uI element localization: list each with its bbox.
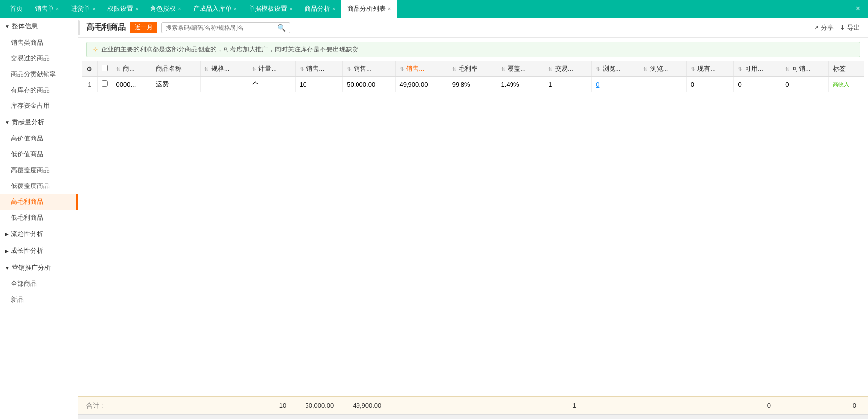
table-container[interactable]: ⚙ ⇅ 商... 商品名称 ⇅	[78, 61, 868, 396]
footer-sales-qty: 10	[260, 402, 290, 409]
col-browse1[interactable]: ⇅ 浏览...	[592, 61, 639, 77]
chevron-down-icon: ▼	[5, 24, 10, 29]
nav-sales-order[interactable]: 销售单 ×	[29, 0, 65, 18]
sidebar-group-marketing[interactable]: ▼ 营销推广分析	[0, 259, 78, 276]
col-sales-cost[interactable]: ⇅ 销售...	[395, 61, 448, 77]
sidebar-group-trend[interactable]: ▶ 流趋性分析	[0, 226, 78, 242]
col-code[interactable]: ⇅ 商...	[112, 61, 152, 77]
col-browse2[interactable]: ⇅ 浏览...	[639, 61, 686, 77]
settings-icon[interactable]: ⚙	[86, 65, 92, 73]
col-coverage[interactable]: ⇅ 覆盖...	[497, 61, 544, 77]
row-trade-count: 1	[544, 77, 592, 92]
close-sales-order[interactable]: ×	[56, 6, 59, 12]
sidebar-group-contribution[interactable]: ▼ 贡献量分析	[0, 114, 78, 131]
sidebar-item-stock-capital[interactable]: 库存资金占用	[0, 98, 78, 114]
chevron-down-icon-2: ▼	[5, 120, 10, 125]
sidebar-item-goods-in-stock[interactable]: 有库存的商品	[0, 82, 78, 98]
sidebar-item-high-coverage[interactable]: 高覆盖度商品	[0, 162, 78, 178]
sort-icon-14: ⇅	[785, 66, 789, 72]
goods-table: ⚙ ⇅ 商... 商品名称 ⇅	[82, 61, 864, 92]
share-button[interactable]: ↗ 分享	[814, 23, 834, 32]
col-name[interactable]: 商品名称	[152, 61, 201, 77]
footer-trade-count: 1	[541, 402, 580, 409]
sidebar-item-high-value[interactable]: 高价值商品	[0, 131, 78, 146]
col-sales-amount[interactable]: ⇅ 销售...	[343, 61, 395, 77]
horizontal-scrollbar[interactable]	[78, 414, 868, 419]
nav-permission-settings[interactable]: 权限设置 ×	[102, 0, 144, 18]
col-stock-available[interactable]: ⇅ 可用...	[734, 61, 781, 77]
close-product-analysis-list[interactable]: ×	[388, 6, 391, 12]
nav-purchase-order[interactable]: 进货单 ×	[65, 0, 101, 18]
sidebar-group-growth[interactable]: ▶ 成长性分析	[0, 242, 78, 259]
sidebar-item-low-margin[interactable]: 低毛利商品	[0, 210, 78, 226]
close-permission-settings[interactable]: ×	[135, 6, 138, 12]
nav-role-auth[interactable]: 角色授权 ×	[144, 0, 187, 18]
time-filter-button[interactable]: 近一月	[130, 22, 157, 33]
sidebar: ▼ 整体信息 销售类商品 交易过的商品 商品分贡献销率 有库存的商品 库存资金占…	[0, 18, 78, 419]
window-close-button[interactable]: ×	[852, 4, 864, 13]
search-input[interactable]	[166, 24, 277, 31]
chevron-right-icon-2: ▶	[5, 248, 9, 254]
sidebar-item-high-margin[interactable]: 高毛利商品	[0, 194, 78, 210]
export-icon: ⬇	[840, 24, 845, 31]
col-stock-current[interactable]: ⇅ 现有...	[686, 61, 734, 77]
export-button[interactable]: ⬇ 导出	[840, 23, 860, 32]
nav-product-analysis-list[interactable]: 商品分析列表 ×	[341, 0, 397, 18]
sort-icon: ⇅	[116, 66, 120, 72]
sidebar-group-overall[interactable]: ▼ 整体信息	[0, 18, 78, 35]
sidebar-item-goods-contribution[interactable]: 商品分贡献销率	[0, 66, 78, 82]
close-product-analysis[interactable]: ×	[332, 6, 335, 12]
col-unit[interactable]: ⇅ 计量...	[248, 61, 295, 77]
main-layout: ▼ 整体信息 销售类商品 交易过的商品 商品分贡献销率 有库存的商品 库存资金占…	[0, 18, 868, 419]
footer-stock-sellable: 0	[820, 402, 860, 409]
footer-stock-current: 0	[735, 402, 775, 409]
nav-template-settings[interactable]: 单据模板设置 ×	[243, 0, 298, 18]
sidebar-item-all-goods[interactable]: 全部商品	[0, 276, 78, 292]
row-select-checkbox[interactable]	[102, 80, 108, 87]
col-checkbox[interactable]	[97, 61, 112, 77]
sort-icon-11: ⇅	[643, 66, 647, 72]
table-row[interactable]: 1 0000... 运费 个 10 50,000.00 49,900.00 99…	[82, 77, 864, 92]
row-number: 1	[82, 77, 97, 92]
row-stock-current: 0	[686, 77, 734, 92]
sidebar-item-traded-goods[interactable]: 交易过的商品	[0, 50, 78, 66]
close-role-auth[interactable]: ×	[178, 6, 181, 12]
footer-sales-amount: 50,000.00	[298, 402, 338, 409]
sort-icon-2: ⇅	[204, 66, 208, 72]
sort-icon-4: ⇅	[300, 66, 304, 72]
close-template-settings[interactable]: ×	[289, 6, 292, 12]
col-spec[interactable]: ⇅ 规格...	[201, 61, 248, 77]
top-navigation: 首页 销售单 × 进货单 × 权限设置 × 角色授权 × 产成品入库单 × 单据…	[0, 0, 868, 18]
search-icon[interactable]: 🔍	[277, 24, 286, 32]
col-settings[interactable]: ⚙	[82, 61, 97, 77]
row-tag: 高收入	[828, 77, 864, 92]
sidebar-item-new-goods[interactable]: 新品	[0, 292, 78, 308]
nav-product-inbound[interactable]: 产成品入库单 ×	[187, 0, 243, 18]
sidebar-item-low-value[interactable]: 低价值商品	[0, 146, 78, 162]
col-gross-rate[interactable]: ⇅ 毛利率	[448, 61, 497, 77]
close-product-inbound[interactable]: ×	[234, 6, 237, 12]
search-box: 🔍	[161, 22, 290, 33]
select-all-checkbox[interactable]	[102, 65, 108, 71]
col-stock-sellable[interactable]: ⇅ 可销...	[781, 61, 829, 77]
info-banner: ✧ 企业的主要的利润都是这部分商品创造的，可考虑加大推广，同时关注库存是不要出现…	[86, 42, 860, 57]
table-footer: 合计： 10 50,000.00 49,900.00 1 0 0	[78, 396, 868, 414]
row-checkbox[interactable]	[97, 77, 112, 92]
row-stock-sellable: 0	[781, 77, 829, 92]
col-trade-count[interactable]: ⇅ 交易...	[544, 61, 592, 77]
sort-icon-7: ⇅	[452, 66, 456, 72]
close-purchase-order[interactable]: ×	[92, 6, 95, 12]
nav-home[interactable]: 首页	[4, 0, 29, 18]
sort-icon-3: ⇅	[252, 66, 256, 72]
row-browse1[interactable]: 0	[592, 77, 639, 92]
row-code: 0000...	[112, 77, 152, 92]
nav-product-analysis[interactable]: 商品分析 ×	[299, 0, 341, 18]
sidebar-item-sales-goods[interactable]: 销售类商品	[0, 35, 78, 50]
sidebar-collapse-button[interactable]: «	[78, 20, 80, 35]
col-sales-qty[interactable]: ⇅ 销售...	[295, 61, 343, 77]
row-coverage: 1.49%	[497, 77, 544, 92]
info-banner-text: 企业的主要的利润都是这部分商品创造的，可考虑加大推广，同时关注库存是不要出现缺货	[101, 45, 358, 54]
row-stock-available: 0	[734, 77, 781, 92]
sidebar-item-low-coverage[interactable]: 低覆盖度商品	[0, 178, 78, 194]
sort-icon-10: ⇅	[596, 66, 600, 72]
